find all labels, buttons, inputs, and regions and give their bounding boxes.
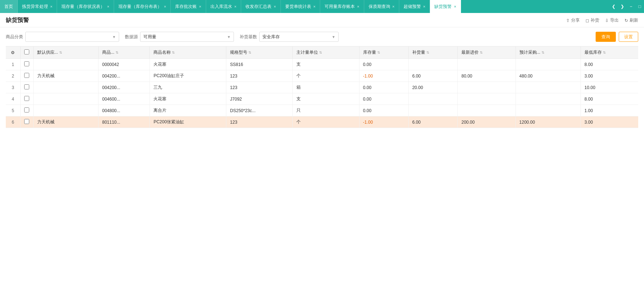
sort-replenish-icon: ⇅ <box>426 50 429 54</box>
tab-expiry-close[interactable]: × <box>392 4 395 9</box>
tab-demand[interactable]: 要货单统计表 × <box>281 0 320 13</box>
tab-summary[interactable]: 收发存汇总表 × <box>241 0 280 13</box>
row-checkbox-4[interactable] <box>24 107 29 112</box>
tab-shortage-label: 缺货预警 <box>434 4 452 10</box>
tab-inout-close[interactable]: × <box>234 4 236 9</box>
replenish-action[interactable]: ◻ 补货 <box>586 17 599 23</box>
datasource-filter-group: 数据源 可用量 ▼ <box>125 32 234 42</box>
gear-icon[interactable]: ⚙ <box>11 50 15 55</box>
datasource-select[interactable]: 可用量 ▼ <box>140 32 234 42</box>
row-checkbox-3[interactable] <box>24 96 29 101</box>
tab-expiry[interactable]: 保质期查询 × <box>364 0 399 13</box>
tab-maximize-btn[interactable]: □ <box>635 4 644 9</box>
th-stock-sort[interactable]: 库存量 ⇅ <box>363 49 380 56</box>
tab-expiry-label: 保质期查询 <box>369 4 390 10</box>
sort-spec-icon: ⇅ <box>248 50 251 54</box>
th-replenish-sort[interactable]: 补货量 ⇅ <box>412 49 429 56</box>
replenish-filter-group: 补货基数 安全库存 ▼ <box>240 32 339 42</box>
table-row: 4 004600... 火花塞 J7092 支 0.00 8.00 <box>6 93 638 105</box>
table-body: 1 0000042 火花塞 SS816 支 0.00 8.00 2 力天机械 0… <box>6 59 638 128</box>
sort-stock-icon: ⇅ <box>377 50 380 54</box>
tab-available[interactable]: 可用量库存账本 × <box>320 0 364 13</box>
tab-shortage[interactable]: 缺货预警 × <box>430 0 461 13</box>
row-stock-4: 0.00 <box>359 105 408 116</box>
row-est-0 <box>515 59 580 70</box>
export-action[interactable]: ⇩ 导出 <box>605 17 619 23</box>
row-min-0: 8.00 <box>581 59 638 70</box>
tab-next-btn[interactable]: ❯ <box>618 4 627 9</box>
tab-picking[interactable]: 拣货异常处理 × <box>18 0 57 13</box>
th-replenish-label: 补货量 <box>412 49 425 56</box>
th-supplier-sort[interactable]: 默认供应... ⇅ <box>37 49 62 56</box>
row-min-3: 8.00 <box>581 93 638 105</box>
settings-button[interactable]: 设置 <box>619 32 638 42</box>
tab-picking-close[interactable]: × <box>50 4 52 9</box>
th-spec-sort[interactable]: 规格型号 ⇅ <box>230 49 251 56</box>
th-name-sort[interactable]: 商品名称 ⇅ <box>153 49 175 56</box>
row-min-1: 3.00 <box>581 70 638 82</box>
th-min-sort[interactable]: 最低库存 ⇅ <box>584 49 606 56</box>
row-checkbox-1[interactable] <box>24 73 29 78</box>
row-checkbox-2[interactable] <box>24 84 29 89</box>
datasource-arrow-icon: ▼ <box>227 35 231 39</box>
th-supplier-label: 默认供应... <box>37 49 58 56</box>
row-unit-1: 个 <box>293 70 359 82</box>
row-check-4 <box>20 105 33 116</box>
row-price-5: 200.00 <box>458 116 515 128</box>
th-unit-sort[interactable]: 主计量单位 ⇅ <box>296 49 322 56</box>
row-unit-2: 箱 <box>293 82 359 93</box>
tab-demand-close[interactable]: × <box>313 4 316 9</box>
tab-overstock[interactable]: 超储预警 × <box>399 0 430 13</box>
select-all-checkbox[interactable] <box>24 49 29 54</box>
data-table: ⚙ 默认供应... ⇅ 商品... <box>6 46 638 128</box>
replenish-label: 补货 <box>591 17 599 23</box>
tab-home[interactable]: 首页 <box>0 0 18 13</box>
category-select[interactable]: ▼ <box>25 32 119 42</box>
th-spec-label: 规格型号 <box>230 49 247 56</box>
row-num-1: 2 <box>6 70 20 82</box>
tab-bar: 首页 拣货异常处理 × 现存量（库存状况表） × 现存量（库存分布表） × 库存… <box>0 0 644 13</box>
th-name-label: 商品名称 <box>153 49 171 56</box>
tab-stock1[interactable]: 现存量（库存状况表） × <box>57 0 114 13</box>
sort-supplier-icon: ⇅ <box>59 50 62 54</box>
row-est-5: 1200.00 <box>515 116 580 128</box>
row-supplier-1: 力天机械 <box>33 70 98 82</box>
refresh-action[interactable]: ↻ 刷新 <box>625 17 638 23</box>
row-spec-1: 123 <box>226 70 293 82</box>
replenish-select[interactable]: 安全库存 ▼ <box>259 32 339 42</box>
tab-prev-btn[interactable]: ❮ <box>609 4 618 9</box>
row-num-0: 1 <box>6 59 20 70</box>
tab-minimize-btn[interactable]: − <box>627 4 635 9</box>
th-est-sort[interactable]: 预计采购... ⇅ <box>519 49 544 56</box>
tab-stock2-close[interactable]: × <box>164 4 166 9</box>
tab-batch[interactable]: 库存批次账 × <box>171 0 206 13</box>
row-est-2 <box>515 82 580 93</box>
filter-bar: 商品分类 ▼ 数据源 可用量 ▼ 补货基数 安全库存 ▼ 查询 设置 <box>0 27 644 46</box>
tab-overstock-close[interactable]: × <box>423 4 425 9</box>
tab-stock2[interactable]: 现存量（库存分布表） × <box>114 0 171 13</box>
row-stock-1: -1.00 <box>359 70 408 82</box>
tab-summary-close[interactable]: × <box>274 4 276 9</box>
th-price-sort[interactable]: 最新进价 ⇅ <box>461 49 483 56</box>
row-checkbox-0[interactable] <box>24 61 29 66</box>
row-replenish-5: 6.00 <box>408 116 457 128</box>
tab-stock1-close[interactable]: × <box>107 4 109 9</box>
row-unit-0: 支 <box>293 59 359 70</box>
th-code-sort[interactable]: 商品... ⇅ <box>102 49 118 56</box>
tab-shortage-close[interactable]: × <box>454 4 456 9</box>
row-checkbox-5[interactable] <box>24 119 29 124</box>
share-icon: ⇧ <box>566 18 570 23</box>
tab-available-close[interactable]: × <box>357 4 359 9</box>
tab-batch-close[interactable]: × <box>199 4 201 9</box>
category-label: 商品分类 <box>6 34 23 40</box>
tab-inout[interactable]: 出入库流水 × <box>206 0 241 13</box>
query-button[interactable]: 查询 <box>596 32 616 42</box>
tab-stock2-label: 现存量（库存分布表） <box>118 4 162 10</box>
datasource-label: 数据源 <box>125 34 138 40</box>
row-code-0: 0000042 <box>98 59 149 70</box>
row-check-5 <box>20 116 33 128</box>
row-unit-4: 只 <box>293 105 359 116</box>
row-num-5: 6 <box>6 116 20 128</box>
sort-price-icon: ⇅ <box>480 50 483 54</box>
share-action[interactable]: ⇧ 分享 <box>566 17 580 23</box>
